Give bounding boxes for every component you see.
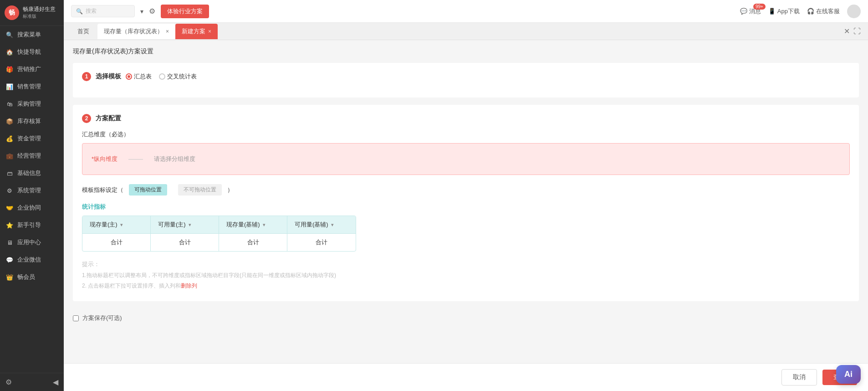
stats-cell-0-2: 合计 [219,234,287,251]
tips-section: 提示： 1.拖动标题栏可以调整布局，不可跨维度或指标区域拖动栏目字段(只能在同一… [82,260,850,290]
sidebar: 畅 畅康通好生意 标准版 🔍 搜索菜单 🏠 快捷导航 🎁 营销推广 📊 销售管理… [0,0,64,391]
stats-header-col2[interactable]: 现存量(基辅) ▾ [219,216,287,233]
crown-icon: 👑 [5,273,14,281]
section2-header: 2 方案配置 [82,114,850,123]
sidebar-item-system[interactable]: ⚙ 系统管理 [0,182,64,199]
col1-chevron: ▾ [189,222,191,228]
app-download-button[interactable]: 📱 App下载 [768,7,800,15]
dimension-dash: —— [128,155,143,163]
sidebar-item-operations[interactable]: 💼 经营管理 [0,147,64,165]
section1-header: 1 选择模板 汇总表 交叉统计表 [82,72,850,81]
chart-icon: 📊 [5,82,14,91]
trial-industry-button[interactable]: 体验行业方案 [161,5,209,18]
radio-summary-dot [126,73,132,80]
window-close-btn[interactable]: ✕ [844,27,850,36]
topbar-gear-btn[interactable]: ⚙ [149,7,155,15]
tips-delete-link[interactable]: 删除列 [181,283,197,289]
sidebar-item-enterprise[interactable]: 🤝 企业协同 [0,199,64,216]
radio-cross-table[interactable]: 交叉统计表 [159,72,197,81]
sidebar-item-inventory[interactable]: 📦 库存核算 [0,113,64,130]
user-avatar[interactable] [847,5,861,18]
tab-new-plan[interactable]: 新建方案 × [175,24,218,39]
handshake-icon: 🤝 [5,204,14,212]
sidebar-item-search[interactable]: 🔍 搜索菜单 [0,26,64,43]
sidebar-item-guide[interactable]: ⭐ 新手引导 [0,216,64,234]
stats-table: 现存量(主) ▾ 可用量(主) ▾ 现存量(基辅) ▾ 可用量(基辅) ▾ [82,216,356,252]
template-radio-group: 汇总表 交叉统计表 [126,72,197,81]
tips-item-1: 2. 点击标题栏下拉可设置排序、插入列和删除列 [82,282,850,290]
stats-cell-0-1: 合计 [151,234,219,251]
bag-icon: 🛍 [5,100,14,108]
messages-button[interactable]: 💬 消息 99+ [740,7,761,15]
topbar-dropdown[interactable]: ▾ [140,8,143,15]
section-config: 2 方案配置 汇总维度（必选） *纵向维度 —— 请选择分组维度 模板指标设定（… [73,105,859,301]
tab-inventory-close[interactable]: × [166,28,169,35]
stats-cell-0-3: 合计 [287,234,356,251]
non-draggable-indicator-tag: 不可拖动位置 [178,184,222,196]
indicators-row: 模板指标设定（ 可拖动位置 不可拖动位置 ） [82,184,850,196]
sidebar-item-member[interactable]: 👑 畅会员 [0,268,64,286]
stats-header-col0[interactable]: 现存量(主) ▾ [82,216,151,233]
settings-icon[interactable]: ⚙ [5,378,12,386]
topbar-search[interactable]: 🔍 搜索 [71,5,135,17]
col2-label: 现存量(基辅) [226,221,260,229]
section-template: 1 选择模板 汇总表 交叉统计表 [73,63,859,98]
draggable-indicator-tag: 可拖动位置 [129,184,167,196]
sidebar-item-quicknav[interactable]: 🏠 快捷导航 [0,43,64,61]
stats-header-row: 现存量(主) ▾ 可用量(主) ▾ 现存量(基辅) ▾ 可用量(基辅) ▾ [82,216,356,233]
col0-chevron: ▾ [120,222,123,228]
sidebar-item-apps[interactable]: 🖥 应用中心 [0,234,64,251]
window-expand-btn[interactable]: ⛶ [853,27,861,36]
logo-icon: 畅 [5,5,19,20]
indicators-label: 模板指标设定（ [82,186,123,194]
radio-summary-table[interactable]: 汇总表 [126,72,152,81]
sidebar-item-purchase[interactable]: 🛍 采购管理 [0,95,64,113]
customer-service-button[interactable]: 🎧 在线客服 [807,7,840,15]
col0-label: 现存量(主) [90,221,117,229]
cancel-button[interactable]: 取消 [781,369,817,386]
logo-text: 畅康通好生意 标准版 [23,6,56,20]
save-label: 方案保存(可选) [82,314,122,322]
gift-icon: 🎁 [5,65,14,73]
table-icon: 🗃 [5,169,14,177]
home-icon: 🏠 [5,48,14,56]
sidebar-logo: 畅 畅康通好生意 标准版 [0,0,64,26]
sidebar-item-basic-info[interactable]: 🗃 基础信息 [0,165,64,182]
sidebar-item-wechat[interactable]: 💬 企业微信 [0,251,64,268]
save-row: 方案保存(可选) [73,309,859,328]
gear-icon: ⚙ [5,186,14,195]
message-icon: 💬 [740,8,747,15]
save-checkbox[interactable] [73,315,79,321]
download-icon: 📱 [768,8,776,15]
tabbar: 首页 现存量（库存状况表） × 新建方案 × ✕ ⛶ [64,23,868,40]
stats-header-col3[interactable]: 可用量(基辅) ▾ [287,216,356,233]
radio-cross-dot [159,73,165,80]
tab-inventory[interactable]: 现存量（库存状况表） × [97,24,175,39]
sidebar-item-sales[interactable]: 📊 销售管理 [0,78,64,95]
section2-title: 方案配置 [96,114,121,123]
tab-home[interactable]: 首页 [71,24,96,39]
dimension-required-label: *纵向维度 [92,155,117,163]
section2-num: 2 [82,114,91,123]
topbar-right: 💬 消息 99+ 📱 App下载 🎧 在线客服 [740,5,861,18]
section1-title: 选择模板 [96,72,121,81]
ai-button[interactable]: Ai [836,365,861,384]
sidebar-item-finance[interactable]: 💰 资金管理 [0,130,64,147]
tips-title: 提示： [82,260,850,268]
chat-icon: 💬 [5,256,14,264]
sidebar-item-marketing[interactable]: 🎁 营销推广 [0,61,64,78]
topbar-search-icon: 🔍 [76,8,83,15]
page-title: 现存量(库存状况表)方案设置 [73,47,859,56]
tab-new-close[interactable]: × [208,28,211,35]
sidebar-footer: ⚙ ◀ [0,373,64,391]
dimension-placeholder: 请选择分组维度 [154,155,195,163]
dimension-label: 汇总维度（必选） [82,130,850,139]
stats-header-col1[interactable]: 可用量(主) ▾ [151,216,219,233]
dimension-box[interactable]: *纵向维度 —— 请选择分组维度 [82,143,850,175]
topbar: 🔍 搜索 ▾ ⚙ 体验行业方案 💬 消息 99+ 📱 App下载 🎧 在线客服 [64,0,868,23]
tips-item-0: 1.拖动标题栏可以调整布局，不可跨维度或指标区域拖动栏目字段(只能在同一维度或指… [82,271,850,280]
col3-chevron: ▾ [331,222,334,228]
headset-icon: 🎧 [807,8,814,15]
collapse-icon[interactable]: ◀ [53,378,58,386]
stats-label: 统计指标 [82,203,850,211]
